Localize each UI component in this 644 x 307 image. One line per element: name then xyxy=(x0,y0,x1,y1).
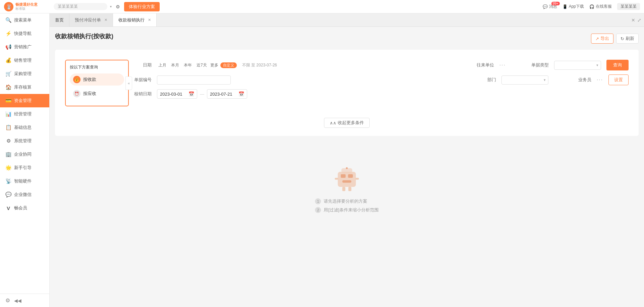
empty-hint-1: 1 请先选择要分析的方案 xyxy=(315,198,378,204)
online-service-btn[interactable]: 🎧 在线客服 xyxy=(589,4,612,9)
filter-panel-collapse-btn[interactable]: « xyxy=(125,76,132,90)
verify-date-from[interactable]: 2023-03-01 📅 xyxy=(157,89,197,99)
logo-area: 🐰 畅捷通好生意 标准版 xyxy=(4,2,51,11)
industry-btn[interactable]: 体验行业方案 xyxy=(124,2,160,11)
brand-version: 标准版 xyxy=(15,7,38,11)
filter-option-by-receivable[interactable]: ⏰ 按应收 xyxy=(70,88,124,100)
url-chevron-icon[interactable]: ▾ xyxy=(110,5,112,8)
basic-info-icon: 📋 xyxy=(5,124,11,131)
hint-num-1: 1 xyxy=(315,198,321,204)
sidebar-item-search-menu[interactable]: 🔍 搜索菜单 xyxy=(0,13,49,27)
empty-state-illustration xyxy=(332,163,362,193)
brand-name: 畅捷通好生意 xyxy=(15,2,38,7)
user-area[interactable]: 某某某某 xyxy=(617,3,640,10)
sidebar-item-finance[interactable]: 💳 资金管理 xyxy=(0,94,49,107)
settings-btn[interactable]: 设置 xyxy=(608,74,629,85)
verify-date-to[interactable]: 2023-07-21 📅 xyxy=(207,89,247,99)
bill-no-input[interactable] xyxy=(157,75,231,85)
date-7days[interactable]: 近7天 xyxy=(195,62,208,69)
date-more[interactable]: 更多 xyxy=(210,62,218,68)
sidebar-item-smart-hw[interactable]: 📡 智能硬件 xyxy=(0,174,49,188)
tab-verify[interactable]: 收款核销执行 ✕ xyxy=(113,13,157,27)
sidebar-item-enterprise[interactable]: 🏢 企业协同 xyxy=(0,148,49,161)
quick-nav-icon: ⚡ xyxy=(5,31,11,37)
sidebar: 🔍 搜索菜单 ⚡ 快捷导航 📢 营销推广 💰 销售管理 🛒 采购管理 🏠 库存核… xyxy=(0,13,50,307)
tab-prepay[interactable]: 预付冲应付单 ✕ xyxy=(69,13,113,27)
partner-label: 往来单位 xyxy=(475,62,494,68)
staff-select-dots[interactable]: ··· xyxy=(597,77,603,83)
dept-label: 部门 xyxy=(477,77,496,83)
content-area: 首页 预付冲应付单 ✕ 收款核销执行 ✕ ✕ ⤢ 收款核销执行(按收款) ↗ xyxy=(50,13,644,307)
sidebar-item-guide[interactable]: 🌟 新手引导 xyxy=(0,161,49,174)
sales-icon: 💰 xyxy=(5,57,11,63)
sidebar-collapse-icon[interactable]: ◀◀ xyxy=(14,298,21,303)
gear-icon[interactable]: ⚙ xyxy=(116,4,120,9)
finance-icon: 💳 xyxy=(5,98,11,104)
message-badge: 99+ xyxy=(551,2,560,5)
chevron-up-icon: ∧∧ xyxy=(330,120,336,125)
sidebar-item-sales[interactable]: 💰 销售管理 xyxy=(0,54,49,67)
sidebar-bottom: ⚙ ◀◀ xyxy=(0,294,49,307)
sidebar-item-member[interactable]: V 畅会员 xyxy=(0,201,49,215)
date-label: 日期 xyxy=(133,62,152,68)
filter-option-by-receipt[interactable]: 💰 按收款 xyxy=(70,73,124,86)
calendar-to-icon: 📅 xyxy=(238,91,244,97)
marketing-icon: 📢 xyxy=(5,44,11,50)
sidebar-item-system[interactable]: ⚙ 系统管理 xyxy=(0,134,49,148)
search-menu-icon: 🔍 xyxy=(5,17,11,23)
filter-row-3: 核销日期 2023-03-01 📅 — 2023-07-21 📅 xyxy=(133,89,629,99)
sidebar-item-operations[interactable]: 📊 经营管理 xyxy=(0,107,49,121)
collapse-more-section: ∧∧ 收起更多条件 xyxy=(60,115,633,131)
page-title: 收款核销执行(按收款) xyxy=(55,32,113,40)
date-no-limit-value: 不限 至 2023-07-26 xyxy=(242,62,277,68)
date-this-month[interactable]: 本月 xyxy=(170,62,180,69)
staff-label: 业务员 xyxy=(573,77,591,83)
receivable-icon: ⏰ xyxy=(73,90,80,97)
sidebar-settings-icon[interactable]: ⚙ xyxy=(5,297,10,304)
page-toolbar: ↗ 导出 ↻ 刷新 xyxy=(591,34,639,44)
tab-prepay-close-icon[interactable]: ✕ xyxy=(104,18,107,22)
bill-type-select[interactable] xyxy=(554,61,601,70)
receipt-icon: 💰 xyxy=(73,76,80,83)
filter-container: 按以下方案查询 💰 按收款 ⏰ 按应收 « xyxy=(60,55,633,111)
sidebar-item-basic-info[interactable]: 📋 基础信息 xyxy=(0,121,49,134)
query-btn[interactable]: 查询 xyxy=(606,60,629,70)
app-download-btn[interactable]: 📱 App下载 xyxy=(562,4,584,9)
svg-rect-0 xyxy=(338,172,356,187)
date-last-month[interactable]: 上月 xyxy=(157,62,168,69)
filter-left-title: 按以下方案查询 xyxy=(70,64,124,70)
export-icon: ↗ xyxy=(595,36,599,41)
filter-receipt-label: 按收款 xyxy=(83,76,96,83)
date-this-year[interactable]: 本年 xyxy=(182,62,193,69)
tab-bar-expand-icon[interactable]: ⤢ xyxy=(637,17,641,23)
date-custom-badge[interactable]: 自定义 xyxy=(220,62,237,68)
export-btn[interactable]: ↗ 导出 xyxy=(591,34,613,44)
tab-bar-right: ✕ ⤢ xyxy=(631,17,644,23)
filter-row-1: 日期 上月 本月 本年 近7天 更多 自定义 不限 至 2023-07-26 xyxy=(133,60,629,70)
top-bar: 🐰 畅捷通好生意 标准版 某某某某某 ▾ ⚙ 体验行业方案 💬 消息 99+ 📱… xyxy=(0,0,644,13)
operations-icon: 📊 xyxy=(5,111,11,117)
sidebar-item-quick-nav[interactable]: ⚡ 快捷导航 xyxy=(0,27,49,40)
message-icon: 💬 xyxy=(543,4,548,9)
tab-verify-close-icon[interactable]: ✕ xyxy=(148,18,151,22)
tab-home[interactable]: 首页 xyxy=(50,13,69,27)
dept-select[interactable] xyxy=(501,75,548,85)
calendar-from-icon: 📅 xyxy=(189,91,194,97)
sidebar-item-inventory[interactable]: 🏠 库存核算 xyxy=(0,81,49,94)
topbar-right: 💬 消息 99+ 📱 App下载 🎧 在线客服 某某某某 xyxy=(543,3,640,10)
collapse-more-btn[interactable]: ∧∧ 收起更多条件 xyxy=(324,118,370,128)
empty-state: 1 请先选择要分析的方案 2 用[过滤]条件来缩小分析范围 xyxy=(55,136,639,240)
sidebar-item-marketing[interactable]: 📢 营销推广 xyxy=(0,40,49,54)
message-btn[interactable]: 💬 消息 99+ xyxy=(543,4,557,9)
refresh-btn[interactable]: ↻ 刷新 xyxy=(616,34,639,44)
tab-bar: 首页 预付冲应付单 ✕ 收款核销执行 ✕ ✕ ⤢ xyxy=(50,13,644,27)
partner-select-dots[interactable]: ··· xyxy=(499,62,506,68)
tab-bar-close-icon[interactable]: ✕ xyxy=(631,17,635,23)
hint-num-2: 2 xyxy=(315,207,321,213)
sidebar-item-purchase[interactable]: 🛒 采购管理 xyxy=(0,67,49,81)
sidebar-item-wechat[interactable]: 💬 企业微信 xyxy=(0,188,49,201)
url-bar[interactable]: 某某某某某 xyxy=(54,3,107,10)
bill-type-select-wrap xyxy=(554,61,601,70)
wechat-icon: 💬 xyxy=(5,192,11,198)
inventory-icon: 🏠 xyxy=(5,84,11,90)
